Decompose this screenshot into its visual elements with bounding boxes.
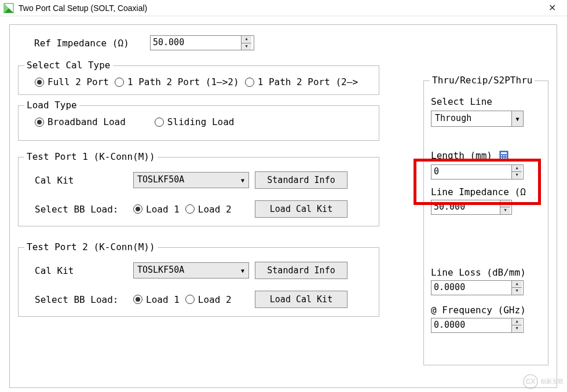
- port1-calkit-value: TOSLKF50A: [134, 173, 237, 188]
- chevron-down-icon: ▼: [511, 111, 523, 126]
- line-loss-input[interactable]: 0.0000 ▲▼: [431, 280, 524, 295]
- cal-type-full2-label: Full 2 Port: [47, 76, 109, 87]
- stepper-up-icon[interactable]: ▲: [512, 318, 522, 326]
- load-type-broadband-radio[interactable]: Broadband Load: [35, 116, 126, 127]
- frequency-input[interactable]: 0.0000 ▲▼: [431, 318, 524, 333]
- port2-load2-label: Load 2: [198, 294, 232, 305]
- cal-type-legend: Select Cal Type: [24, 60, 113, 71]
- line-impedance-steppers[interactable]: ▲▼: [500, 200, 510, 214]
- select-line-dropdown[interactable]: Through ▼: [431, 111, 524, 127]
- port2-load1-label: Load 1: [146, 294, 180, 305]
- stepper-down-icon[interactable]: ▼: [500, 207, 510, 214]
- radio-icon: [35, 78, 44, 87]
- svg-rect-2: [501, 152, 507, 154]
- cal-type-full2-radio[interactable]: Full 2 Port: [35, 76, 109, 87]
- app-icon: [3, 3, 14, 13]
- radio-icon: [133, 204, 142, 214]
- main-panel: Ref Impedance (Ω) 50.000 ▲▼ Select Cal T…: [9, 24, 557, 388]
- radio-icon: [245, 78, 254, 87]
- port1-load2-label: Load 2: [198, 204, 232, 215]
- cal-type-path12-radio[interactable]: 1 Path 2 Port (1—>2): [115, 76, 239, 87]
- port1-calkit-label: Cal Kit: [35, 175, 133, 186]
- stepper-down-icon[interactable]: ▼: [512, 172, 522, 179]
- test-port-2-legend: Test Port 2 (K-Conn(M)): [24, 241, 158, 252]
- port1-bbload-label: Select BB Load:: [35, 204, 133, 215]
- cal-type-fieldset: Select Cal Type Full 2 Port 1 Path 2 Por…: [18, 65, 379, 95]
- port2-load2-radio[interactable]: Load 2: [185, 294, 232, 305]
- length-input[interactable]: 0 ▲▼: [431, 164, 524, 179]
- port1-calkit-dropdown[interactable]: TOSLKF50A ▼: [133, 172, 249, 188]
- svg-rect-3: [501, 155, 502, 156]
- chevron-down-icon: ▼: [237, 263, 248, 278]
- ref-impedance-value[interactable]: 50.000: [151, 36, 241, 50]
- radio-icon: [185, 204, 195, 214]
- stepper-up-icon[interactable]: ▲: [242, 36, 251, 43]
- stepper-up-icon[interactable]: ▲: [512, 165, 522, 173]
- test-port-1-fieldset: Test Port 1 (K-Conn(M)) Cal Kit TOSLKF50…: [18, 157, 379, 226]
- thru-fieldset: Thru/Recip/S2PThru Select Line Through ▼…: [423, 80, 548, 365]
- cal-type-path21-radio[interactable]: 1 Path 2 Port (2—>: [245, 76, 358, 87]
- port2-load-cal-kit-button[interactable]: Load Cal Kit: [255, 291, 347, 308]
- svg-rect-5: [506, 155, 507, 156]
- port1-load1-radio[interactable]: Load 1: [133, 204, 180, 215]
- svg-rect-6: [501, 157, 502, 159]
- stepper-up-icon[interactable]: ▲: [512, 281, 522, 288]
- radio-icon: [35, 118, 44, 127]
- port2-bbload-label: Select BB Load:: [35, 294, 133, 305]
- port2-calkit-label: Cal Kit: [35, 265, 133, 276]
- select-line-value: Through: [431, 111, 511, 126]
- ref-impedance-steppers[interactable]: ▲▼: [241, 36, 251, 50]
- radio-icon: [115, 78, 124, 87]
- stepper-down-icon[interactable]: ▼: [512, 325, 522, 332]
- test-port-2-fieldset: Test Port 2 (K-Conn(M)) Cal Kit TOSLKF50…: [18, 247, 379, 317]
- watermark-text: 创新互联: [540, 378, 564, 386]
- window-title: Two Port Cal Setup (SOLT, Coaxial): [19, 3, 540, 13]
- watermark: CX 创新互联: [523, 374, 564, 389]
- port2-calkit-dropdown[interactable]: TOSLKF50A ▼: [133, 262, 249, 279]
- svg-rect-7: [503, 157, 504, 159]
- port1-standard-info-button[interactable]: Standard Info: [255, 171, 347, 189]
- stepper-down-icon[interactable]: ▼: [242, 43, 251, 50]
- radio-icon: [133, 295, 142, 304]
- line-impedance-value[interactable]: 50.000: [431, 200, 500, 214]
- titlebar: Two Port Cal Setup (SOLT, Coaxial) ✕: [0, 0, 567, 16]
- close-icon[interactable]: ✕: [540, 2, 564, 13]
- port1-load-cal-kit-button[interactable]: Load Cal Kit: [255, 200, 347, 218]
- length-label: Length (mm): [431, 150, 492, 161]
- length-steppers[interactable]: ▲▼: [511, 165, 522, 179]
- test-port-1-legend: Test Port 1 (K-Conn(M)): [24, 151, 158, 162]
- watermark-logo: CX: [523, 374, 538, 389]
- cal-type-path12-label: 1 Path 2 Port (1—>2): [127, 76, 239, 87]
- radio-icon: [185, 295, 195, 304]
- length-value[interactable]: 0: [431, 165, 511, 179]
- select-line-label: Select Line: [431, 96, 541, 107]
- load-type-legend: Load Type: [24, 100, 79, 111]
- load-type-sliding-label: Sliding Load: [167, 116, 235, 127]
- frequency-label: @ Frequency (GHz): [431, 305, 541, 316]
- stepper-down-icon[interactable]: ▼: [512, 288, 522, 295]
- radio-icon: [155, 118, 164, 127]
- line-loss-label: Line Loss (dB/mm): [431, 267, 541, 278]
- load-type-sliding-radio[interactable]: Sliding Load: [155, 116, 235, 127]
- stepper-up-icon[interactable]: ▲: [500, 200, 510, 208]
- svg-rect-8: [506, 157, 507, 159]
- port1-load2-radio[interactable]: Load 2: [185, 204, 232, 215]
- line-impedance-label: Line Impedance (Ω: [431, 186, 541, 197]
- load-type-broadband-label: Broadband Load: [47, 116, 126, 127]
- port1-load1-label: Load 1: [146, 204, 180, 215]
- port2-load1-radio[interactable]: Load 1: [133, 294, 180, 305]
- line-loss-steppers[interactable]: ▲▼: [511, 281, 522, 295]
- ref-impedance-input[interactable]: 50.000 ▲▼: [150, 35, 254, 50]
- svg-rect-4: [503, 155, 504, 156]
- load-type-fieldset: Load Type Broadband Load Sliding Load: [18, 105, 379, 141]
- ref-impedance-label: Ref Impedance (Ω): [34, 38, 150, 49]
- calculator-icon[interactable]: [499, 151, 509, 162]
- frequency-steppers[interactable]: ▲▼: [511, 318, 522, 332]
- port2-calkit-value: TOSLKF50A: [134, 263, 237, 278]
- port2-standard-info-button[interactable]: Standard Info: [255, 262, 347, 279]
- line-impedance-input[interactable]: 50.000 ▲▼: [431, 200, 512, 215]
- chevron-down-icon: ▼: [237, 173, 248, 188]
- cal-type-path21-label: 1 Path 2 Port (2—>: [258, 76, 358, 87]
- line-loss-value[interactable]: 0.0000: [431, 281, 511, 295]
- frequency-value[interactable]: 0.0000: [431, 318, 511, 332]
